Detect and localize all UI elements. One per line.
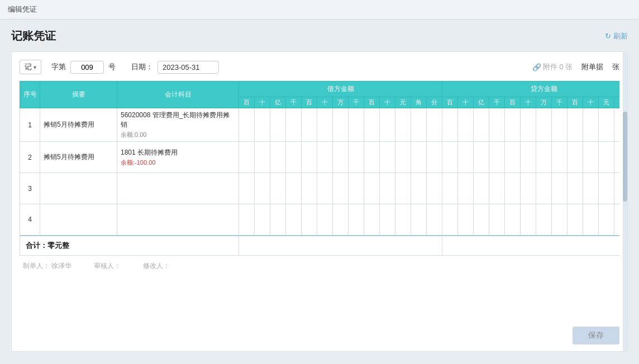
cell-credit-0-6[interactable] xyxy=(536,108,552,142)
cell-debit-3-12[interactable] xyxy=(427,204,442,236)
cell-debit-1-4[interactable] xyxy=(302,142,317,173)
zi-number-input[interactable] xyxy=(70,61,104,74)
cell-debit-2-0[interactable] xyxy=(239,173,255,204)
cell-credit-1-9[interactable] xyxy=(583,142,599,173)
cell-debit-0-5[interactable] xyxy=(317,108,333,142)
cell-summary-2[interactable] xyxy=(40,173,117,204)
cell-debit-3-6[interactable] xyxy=(333,204,349,236)
cell-debit-0-4[interactable] xyxy=(302,108,317,142)
cell-debit-1-11[interactable] xyxy=(411,142,427,173)
cell-debit-2-6[interactable] xyxy=(333,173,349,204)
cell-debit-2-10[interactable] xyxy=(395,173,411,204)
table-row[interactable]: 4 xyxy=(20,204,620,236)
cell-debit-0-12[interactable] xyxy=(427,108,442,142)
cell-credit-1-3[interactable] xyxy=(489,142,505,173)
cell-debit-1-6[interactable] xyxy=(333,142,349,173)
cell-credit-1-2[interactable] xyxy=(474,142,489,173)
cell-debit-0-2[interactable] xyxy=(270,108,286,142)
cell-credit-3-10[interactable] xyxy=(599,204,614,236)
cell-credit-3-5[interactable] xyxy=(521,204,536,236)
cell-debit-2-4[interactable] xyxy=(302,173,317,204)
cell-debit-0-7[interactable] xyxy=(349,108,364,142)
cell-debit-1-0[interactable] xyxy=(239,142,255,173)
cell-credit-2-1[interactable] xyxy=(458,173,474,204)
cell-credit-2-8[interactable] xyxy=(568,173,583,204)
cell-debit-0-1[interactable] xyxy=(255,108,270,142)
cell-account-1[interactable]: 1801 长期待摊费用余额:-100.00 xyxy=(117,142,239,173)
cell-summary-3[interactable] xyxy=(40,204,117,236)
cell-credit-1-1[interactable] xyxy=(458,142,474,173)
cell-credit-0-10[interactable] xyxy=(599,108,614,142)
date-input[interactable] xyxy=(158,61,219,74)
cell-credit-0-4[interactable] xyxy=(505,108,521,142)
cell-credit-0-2[interactable] xyxy=(474,108,489,142)
cell-credit-2-2[interactable] xyxy=(474,173,489,204)
table-row[interactable]: 2摊销5月待摊费用1801 长期待摊费用余额:-100.00 xyxy=(20,142,620,173)
cell-debit-0-0[interactable] xyxy=(239,108,255,142)
cell-debit-1-3[interactable] xyxy=(286,142,302,173)
cell-account-3[interactable] xyxy=(117,204,239,236)
cell-debit-1-5[interactable] xyxy=(317,142,333,173)
cell-credit-0-8[interactable] xyxy=(568,108,583,142)
cell-debit-3-10[interactable] xyxy=(395,204,411,236)
cell-summary-0[interactable]: 摊销5月待摊费用 xyxy=(40,108,117,142)
cell-credit-3-1[interactable] xyxy=(458,204,474,236)
cell-debit-1-8[interactable] xyxy=(364,142,380,173)
cell-debit-2-8[interactable] xyxy=(364,173,380,204)
cell-debit-2-5[interactable] xyxy=(317,173,333,204)
cell-debit-3-0[interactable] xyxy=(239,204,255,236)
cell-credit-1-7[interactable] xyxy=(552,142,568,173)
cell-credit-2-10[interactable] xyxy=(599,173,614,204)
cell-credit-3-6[interactable] xyxy=(536,204,552,236)
table-row[interactable]: 3 xyxy=(20,173,620,204)
save-button[interactable]: 保存 xyxy=(573,327,619,344)
cell-debit-0-6[interactable] xyxy=(333,108,349,142)
cell-debit-2-3[interactable] xyxy=(286,173,302,204)
cell-summary-1[interactable]: 摊销5月待摊费用 xyxy=(40,142,117,173)
ji-select[interactable]: 记 ▾ xyxy=(20,60,41,74)
cell-credit-2-7[interactable] xyxy=(552,173,568,204)
refresh-button[interactable]: ↻ 刷新 xyxy=(605,31,628,41)
cell-debit-0-11[interactable] xyxy=(411,108,427,142)
cell-credit-3-0[interactable] xyxy=(442,204,458,236)
cell-credit-2-3[interactable] xyxy=(489,173,505,204)
cell-debit-1-9[interactable] xyxy=(380,142,395,173)
cell-debit-2-9[interactable] xyxy=(380,173,395,204)
cell-credit-1-10[interactable] xyxy=(599,142,614,173)
scrollbar-track[interactable] xyxy=(623,52,627,351)
cell-credit-2-0[interactable] xyxy=(442,173,458,204)
cell-debit-3-2[interactable] xyxy=(270,204,286,236)
cell-credit-0-3[interactable] xyxy=(489,108,505,142)
cell-credit-0-7[interactable] xyxy=(552,108,568,142)
cell-account-0[interactable]: 56020008 管理费用_长期待摊费用摊销余额:0.00 xyxy=(117,108,239,142)
cell-debit-0-8[interactable] xyxy=(364,108,380,142)
cell-debit-2-1[interactable] xyxy=(255,173,270,204)
cell-debit-1-12[interactable] xyxy=(427,142,442,173)
cell-debit-3-11[interactable] xyxy=(411,204,427,236)
cell-debit-3-7[interactable] xyxy=(349,204,364,236)
cell-credit-3-8[interactable] xyxy=(568,204,583,236)
cell-debit-3-3[interactable] xyxy=(286,204,302,236)
scrollbar-thumb[interactable] xyxy=(623,112,627,202)
cell-credit-0-9[interactable] xyxy=(583,108,599,142)
cell-debit-3-5[interactable] xyxy=(317,204,333,236)
cell-credit-0-0[interactable] xyxy=(442,108,458,142)
cell-credit-2-11[interactable] xyxy=(614,173,619,204)
cell-credit-1-11[interactable] xyxy=(614,142,619,173)
cell-debit-3-8[interactable] xyxy=(364,204,380,236)
cell-debit-0-9[interactable] xyxy=(380,108,395,142)
cell-debit-0-3[interactable] xyxy=(286,108,302,142)
cell-debit-2-2[interactable] xyxy=(270,173,286,204)
cell-credit-3-11[interactable] xyxy=(614,204,619,236)
cell-credit-2-5[interactable] xyxy=(521,173,536,204)
cell-debit-1-7[interactable] xyxy=(349,142,364,173)
cell-credit-2-4[interactable] xyxy=(505,173,521,204)
cell-debit-1-2[interactable] xyxy=(270,142,286,173)
cell-debit-3-1[interactable] xyxy=(255,204,270,236)
cell-debit-2-12[interactable] xyxy=(427,173,442,204)
cell-debit-3-9[interactable] xyxy=(380,204,395,236)
cell-account-2[interactable] xyxy=(117,173,239,204)
cell-credit-0-5[interactable] xyxy=(521,108,536,142)
cell-credit-2-6[interactable] xyxy=(536,173,552,204)
cell-credit-3-7[interactable] xyxy=(552,204,568,236)
